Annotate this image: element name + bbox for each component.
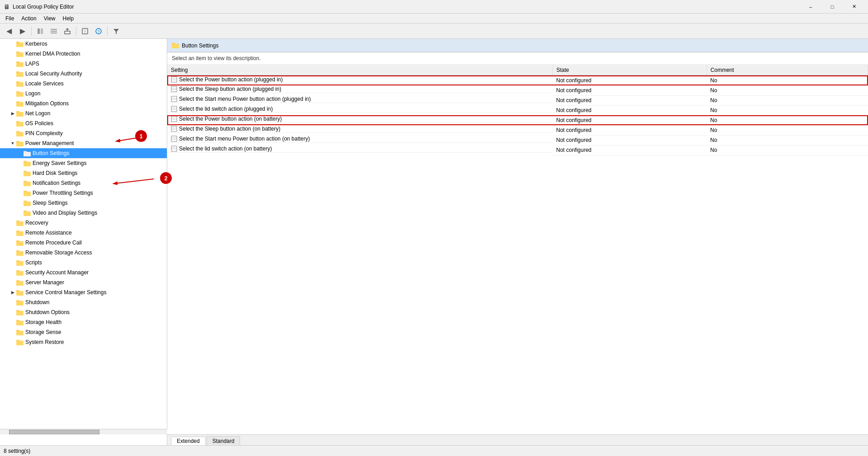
row-setting-icon bbox=[171, 76, 177, 83]
menu-help[interactable]: Help bbox=[59, 14, 78, 23]
content-table[interactable]: Setting State Comment Select the Power b… bbox=[167, 65, 868, 434]
tree-label-remote-procedure: Remote Procedure Call bbox=[25, 240, 82, 246]
tree-item-video-display[interactable]: Video and Display Settings bbox=[0, 208, 167, 218]
menu-view[interactable]: View bbox=[40, 14, 59, 23]
setting-label: Select the Start menu Power button actio… bbox=[179, 96, 311, 102]
table-row[interactable]: Select the Power button action (plugged … bbox=[167, 75, 868, 85]
tree-item-button-settings[interactable]: Button Settings bbox=[0, 148, 167, 158]
tree-item-mitigation[interactable]: Mitigation Options bbox=[0, 99, 167, 108]
setting-label: Select the lid switch action (on battery… bbox=[179, 146, 272, 152]
tree-item-laps[interactable]: LAPS bbox=[0, 59, 167, 69]
table-row[interactable]: Select the Sleep button action (on batte… bbox=[167, 125, 868, 135]
show-hide2-button[interactable] bbox=[47, 25, 60, 37]
tree-item-kerberos[interactable]: Kerberos bbox=[0, 39, 167, 49]
expander-security-account bbox=[9, 269, 16, 276]
tree-item-storage-health[interactable]: Storage Health bbox=[0, 317, 167, 327]
close-button[interactable]: ✕ bbox=[844, 0, 864, 14]
tree-item-shutdown-options[interactable]: Shutdown Options bbox=[0, 307, 167, 317]
tree-item-shutdown[interactable]: Shutdown bbox=[0, 297, 167, 307]
tree-item-removable-storage[interactable]: Removable Storage Access bbox=[0, 248, 167, 258]
tree-item-sleep-settings[interactable]: Sleep Settings bbox=[0, 198, 167, 208]
folder-icon-button-settings bbox=[24, 150, 31, 157]
show-hide-button[interactable] bbox=[34, 25, 47, 37]
svg-rect-116 bbox=[171, 96, 177, 102]
tree-item-remote-procedure[interactable]: Remote Procedure Call bbox=[0, 238, 167, 248]
tree-item-hard-disk[interactable]: Hard Disk Settings bbox=[0, 168, 167, 178]
expander-power-management: ▼ bbox=[9, 140, 16, 147]
tree-item-os-policies[interactable]: OS Policies bbox=[0, 118, 167, 128]
table-row[interactable]: Select the lid switch action (on battery… bbox=[167, 145, 868, 155]
help-button[interactable]: ? bbox=[92, 25, 105, 37]
tree-item-remote-assistance[interactable]: Remote Assistance bbox=[0, 228, 167, 238]
folder-icon-remote-assistance bbox=[16, 229, 24, 236]
svg-rect-61 bbox=[24, 192, 31, 196]
tree-label-locale-services: Locale Services bbox=[25, 80, 64, 87]
setting-label: Select the Power button action (on batte… bbox=[179, 116, 282, 122]
tree-item-logon[interactable]: Logon bbox=[0, 89, 167, 99]
table-row[interactable]: Select the Start menu Power button actio… bbox=[167, 95, 868, 105]
table-row[interactable]: Select the lid switch action (plugged in… bbox=[167, 105, 868, 115]
tree-label-button-settings: Button Settings bbox=[33, 150, 69, 156]
tab-standard[interactable]: Standard bbox=[207, 436, 241, 445]
folder-icon-removable-storage bbox=[16, 249, 24, 256]
folder-icon-energy-saver bbox=[24, 160, 31, 167]
menubar: File Action View Help bbox=[0, 14, 868, 24]
folder-icon-sleep-settings bbox=[24, 199, 31, 207]
left-panel: Kerberos Kernel DMA Protection LAPS bbox=[0, 39, 167, 445]
tree-item-power-throttling[interactable]: Power Throttling Settings bbox=[0, 188, 167, 198]
minimize-button[interactable]: – bbox=[800, 0, 821, 14]
folder-icon-laps bbox=[16, 60, 24, 67]
state-cell: Not configured bbox=[552, 135, 707, 145]
tree-item-system-restore[interactable]: System Restore bbox=[0, 337, 167, 347]
tree-label-hard-disk: Hard Disk Settings bbox=[33, 170, 77, 176]
left-panel-scrollbar[interactable] bbox=[0, 429, 167, 434]
menu-action[interactable]: Action bbox=[18, 14, 40, 23]
table-row[interactable]: Select the Power button action (on batte… bbox=[167, 115, 868, 125]
tree-item-storage-sense[interactable]: Storage Sense bbox=[0, 327, 167, 337]
folder-icon-service-control bbox=[16, 289, 24, 296]
tree-item-server-manager[interactable]: Server Manager bbox=[0, 277, 167, 287]
tree-item-net-logon[interactable]: ▶ Net Logon bbox=[0, 108, 167, 118]
expander-storage-sense bbox=[9, 329, 16, 336]
tree-item-kernel-dma[interactable]: Kernel DMA Protection bbox=[0, 49, 167, 59]
svg-rect-82 bbox=[16, 262, 24, 266]
col-setting[interactable]: Setting bbox=[167, 65, 552, 75]
table-row[interactable]: Select the Sleep button action (plugged … bbox=[167, 85, 868, 95]
properties-button[interactable]: i bbox=[79, 25, 91, 37]
col-state[interactable]: State bbox=[552, 65, 707, 75]
maximize-button[interactable]: □ bbox=[822, 0, 843, 14]
header-folder-icon bbox=[172, 42, 179, 49]
toolbar: ◀ ▶ i ? bbox=[0, 24, 868, 39]
col-comment[interactable]: Comment bbox=[707, 65, 868, 75]
tree-item-notification[interactable]: Notification Settings bbox=[0, 178, 167, 188]
menu-file[interactable]: File bbox=[2, 14, 18, 23]
tree-label-system-restore: System Restore bbox=[25, 339, 64, 345]
table-row[interactable]: Select the Start menu Power button actio… bbox=[167, 135, 868, 145]
tree-item-recovery[interactable]: Recovery bbox=[0, 218, 167, 228]
filter-button[interactable] bbox=[110, 25, 123, 37]
expander-energy-saver bbox=[16, 160, 24, 167]
setting-label: Select the Start menu Power button actio… bbox=[179, 136, 310, 142]
tree-item-scripts[interactable]: Scripts bbox=[0, 258, 167, 268]
comment-cell: No bbox=[707, 145, 868, 155]
expander-local-security bbox=[9, 70, 16, 77]
tree-item-service-control[interactable]: ▶ Service Control Manager Settings bbox=[0, 287, 167, 297]
folder-icon-system-restore bbox=[16, 338, 24, 346]
tree-item-power-management[interactable]: ▼ Power Management bbox=[0, 138, 167, 148]
tree-label-security-account: Security Account Manager bbox=[25, 269, 89, 276]
tab-extended[interactable]: Extended bbox=[171, 437, 206, 445]
export-button[interactable] bbox=[61, 25, 74, 37]
tree-item-security-account[interactable]: Security Account Manager bbox=[0, 268, 167, 277]
description-bar: Select an item to view its description. bbox=[167, 52, 868, 65]
tree-item-pin-complexity[interactable]: PIN Complexity bbox=[0, 128, 167, 138]
tree-item-locale-services[interactable]: Locale Services bbox=[0, 79, 167, 89]
tree-label-power-management: Power Management bbox=[25, 140, 74, 146]
expander-video-display bbox=[16, 209, 24, 216]
back-button[interactable]: ◀ bbox=[3, 25, 15, 37]
forward-button[interactable]: ▶ bbox=[16, 25, 29, 37]
tree-label-sleep-settings: Sleep Settings bbox=[33, 200, 67, 206]
tree-item-energy-saver[interactable]: Energy Saver Settings bbox=[0, 158, 167, 168]
tree-label-remote-assistance: Remote Assistance bbox=[25, 230, 72, 236]
tree-item-local-security[interactable]: Local Security Authority bbox=[0, 69, 167, 79]
window-controls: – □ ✕ bbox=[800, 0, 864, 14]
